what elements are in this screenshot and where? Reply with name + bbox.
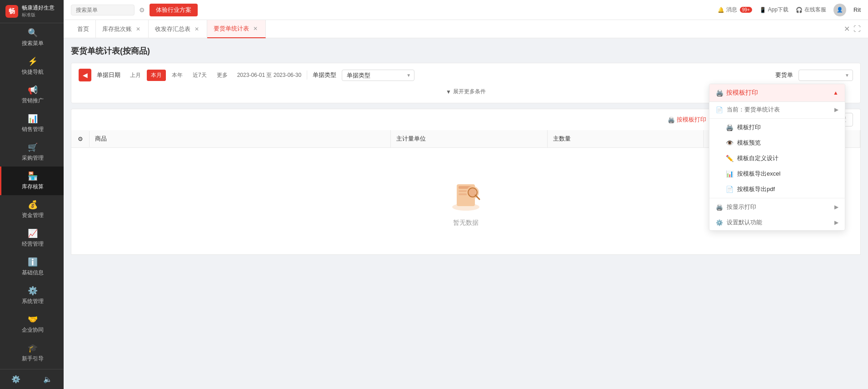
sidebar-item-inventory[interactable]: 🏪 库存核算 [0, 167, 64, 195]
sidebar-item-label: 快捷导航 [22, 68, 44, 76]
close-window-btn[interactable]: ✕ [844, 25, 850, 33]
app-name: 畅康通好生意 [22, 5, 55, 12]
maximize-btn[interactable]: ⛶ [853, 25, 861, 33]
marketing-icon: 📢 [28, 85, 38, 95]
dp-current-label: 当前：要货单统计表 [727, 106, 780, 114]
filter-row-1: ◀ 单据日期 上月本月本年近7天更多 2023-06-01 至 2023-06-… [79, 69, 853, 81]
dp-template-design-icon: ✏️ [726, 155, 733, 162]
sidebar-item-label: 采购管理 [22, 154, 44, 162]
date-range-display: 2023-06-01 至 2023-06-30 [237, 71, 301, 79]
dp-export-excel-icon: 📊 [726, 170, 733, 177]
tab-order-stats[interactable]: 要货单统计表✕ [207, 20, 266, 38]
dp-header: 🖨️ 按模板打印 ▲ [709, 84, 845, 102]
inventory-icon: 🏪 [28, 171, 38, 181]
sidebar-item-label: 经营管理 [22, 240, 44, 248]
app-download-label: App下载 [768, 6, 788, 14]
sidebar-item-sales[interactable]: 📊 销售管理 [0, 109, 64, 138]
dp-current-section[interactable]: 📄 当前：要货单统计表 ▶ [709, 102, 845, 117]
dp-export-excel[interactable]: 📊 按模板导出excel [709, 166, 845, 182]
collapse-toggle[interactable]: ◀ [79, 69, 91, 81]
sidebar-item-finance[interactable]: 💰 资金管理 [0, 195, 64, 224]
dp-template-print[interactable]: 🖨️ 模板打印 [709, 120, 845, 135]
empty-text: 暂无数据 [453, 219, 479, 227]
dp-collapse-arrow[interactable]: ▲ [833, 90, 838, 96]
online-service-btn[interactable]: 🎧 在线客服 [796, 6, 826, 14]
date-btn-上月[interactable]: 上月 [126, 70, 145, 81]
speaker-icon[interactable]: 🔈 [41, 373, 54, 385]
date-btn-本年[interactable]: 本年 [168, 70, 187, 81]
print-label: 按模板打印 [677, 116, 706, 124]
tab-close-order-stats[interactable]: ✕ [252, 25, 259, 32]
svg-rect-4 [459, 193, 468, 195]
yaohuodan-select-wrapper [798, 70, 853, 81]
dropdown-panel: 🖨️ 按模板打印 ▲ 📄 当前：要货单统计表 ▶ 🖨️ 模板打印 👁️ 模板预览 [709, 84, 845, 231]
app-download-btn[interactable]: 📱 App下载 [759, 6, 788, 14]
top-bar-right: 🔔 消息 99+ 📱 App下载 🎧 在线客服 👤 Rit [718, 4, 861, 16]
system-icon: ⚙️ [28, 286, 38, 296]
sidebar-item-label: 资金管理 [22, 212, 44, 219]
yaohuodan-label: 要货单 [775, 71, 793, 79]
tab-label-home: 首页 [77, 25, 89, 33]
dp-display-print-section[interactable]: 🖨️ 按显示打印 ▶ [709, 199, 845, 215]
dp-default-func-icon: ⚙️ [716, 219, 723, 226]
date-btn-近7天[interactable]: 近7天 [189, 70, 211, 81]
date-btn-本月[interactable]: 本月 [147, 70, 166, 81]
cooperation-icon: 🤝 [28, 314, 38, 324]
messages-badge: 99+ [740, 7, 752, 13]
sidebar-item-basics[interactable]: ℹ️ 基础信息 [0, 253, 64, 281]
sales-icon: 📊 [28, 114, 38, 124]
sidebar-item-guide[interactable]: 🎓 新手引导 [0, 338, 64, 367]
dp-template-preview[interactable]: 👁️ 模板预览 [709, 135, 845, 151]
column-settings-icon[interactable]: ⚙ [78, 136, 83, 142]
dp-default-func-section[interactable]: ⚙️ 设置默认功能 ▶ [709, 215, 845, 230]
dp-export-excel-label: 按模板导出excel [737, 170, 780, 178]
experience-btn[interactable]: 体验行业方案 [150, 4, 198, 16]
main-content: ⚙ 体验行业方案 🔔 消息 99+ 📱 App下载 🎧 在线客服 👤 Rit [64, 0, 868, 389]
sidebar-item-operations[interactable]: 📈 经营管理 [0, 224, 64, 253]
finance-icon: 💰 [28, 200, 38, 210]
settings-icon[interactable]: ⚙️ [10, 373, 22, 385]
sidebar: 畅 畅康通好生意 标准版 🔍 搜索菜单⚡ 快捷导航📢 营销推广📊 销售管理🛒 采… [0, 0, 64, 389]
tab-recv-summary[interactable]: 收发存汇总表✕ [149, 20, 207, 38]
sidebar-item-system[interactable]: ⚙️ 系统管理 [0, 281, 64, 310]
expand-btn[interactable]: ▼ 展开更多条件 [440, 86, 491, 97]
bell-icon: 🔔 [718, 7, 724, 13]
date-filter-label: 单据日期 [97, 71, 120, 79]
quick-nav-icon: ⚡ [28, 56, 38, 66]
date-btn-更多[interactable]: 更多 [213, 70, 232, 81]
search-input[interactable] [71, 5, 135, 15]
dp-divider-1 [709, 118, 845, 119]
sidebar-item-label: 销售管理 [22, 126, 44, 133]
dp-export-pdf[interactable]: 📄 按模板导出pdf [709, 182, 845, 197]
sidebar-footer: ⚙️ 🔈 [0, 369, 64, 389]
tab-close-inventory-batch[interactable]: ✕ [135, 25, 142, 33]
tab-close-recv-summary[interactable]: ✕ [193, 25, 200, 33]
type-select-wrapper: 单据类型 [342, 70, 414, 81]
sidebar-item-marketing[interactable]: 📢 营销推广 [0, 81, 64, 109]
printer-dp-icon: 🖨️ [716, 89, 723, 96]
avatar[interactable]: 👤 [833, 4, 846, 16]
dp-template-design[interactable]: ✏️ 模板自定义设计 [709, 151, 845, 166]
app-version: 标准版 [22, 12, 55, 18]
tab-home[interactable]: 首页 [71, 20, 96, 38]
sidebar-item-purchase[interactable]: 🛒 采购管理 [0, 138, 64, 167]
sidebar-item-quick-nav[interactable]: ⚡ 快捷导航 [0, 52, 64, 81]
page-area: 要货单统计表(按商品) ◀ 单据日期 上月本月本年近7天更多 2023-06-0… [64, 38, 868, 389]
settings-gear-icon[interactable]: ⚙ [139, 6, 145, 14]
dp-display-print-icon: 🖨️ [716, 204, 723, 211]
dp-template-print-icon: 🖨️ [726, 124, 733, 131]
dp-title: 按模板打印 [726, 89, 758, 97]
type-select[interactable]: 单据类型 [342, 70, 414, 81]
dp-display-print-label: 按显示打印 [727, 203, 756, 211]
sidebar-item-label: 搜索菜单 [22, 40, 44, 47]
sidebar-item-label: 营销推广 [22, 97, 44, 105]
messages-btn[interactable]: 🔔 消息 99+ [718, 6, 752, 14]
yaohuodan-select[interactable] [798, 70, 853, 81]
dp-current-arrow: ▶ [834, 106, 838, 113]
tab-inventory-batch[interactable]: 库存批次账✕ [96, 20, 149, 38]
sidebar-item-label: 新手引导 [22, 355, 44, 363]
dp-header-title: 🖨️ 按模板打印 [716, 89, 758, 97]
top-bar: ⚙ 体验行业方案 🔔 消息 99+ 📱 App下载 🎧 在线客服 👤 Rit [64, 0, 868, 20]
sidebar-item-cooperation[interactable]: 🤝 企业协同 [0, 310, 64, 338]
sidebar-item-search[interactable]: 🔍 搜索菜单 [0, 23, 64, 52]
